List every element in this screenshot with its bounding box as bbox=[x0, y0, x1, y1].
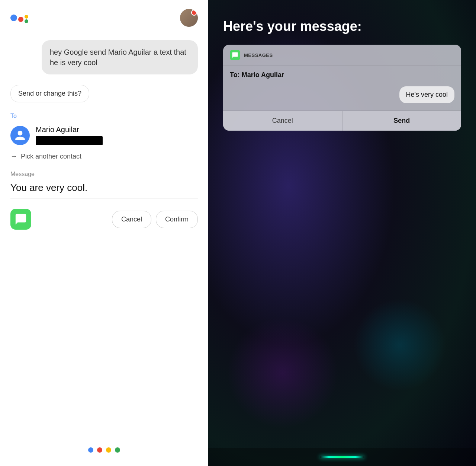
messages-app-icon bbox=[10, 209, 31, 230]
ios-message-bubble: He's very cool bbox=[399, 86, 454, 103]
ios-messages-icon-svg bbox=[232, 52, 238, 58]
action-row: Cancel Confirm bbox=[10, 209, 198, 230]
left-header bbox=[0, 0, 208, 33]
ios-messages-app-icon bbox=[230, 50, 240, 60]
send-or-change-text: Send or change this? bbox=[18, 90, 81, 98]
siri-heading: Here's your message: bbox=[223, 19, 461, 34]
ios-send-button[interactable]: Send bbox=[342, 111, 461, 131]
contact-row: Mario Aguilar bbox=[10, 125, 103, 145]
bottom-indicator-dots bbox=[88, 447, 120, 453]
cancel-button[interactable]: Cancel bbox=[112, 211, 151, 228]
ios-card-header: MESSAGES bbox=[223, 45, 461, 66]
pick-another-label: Pick another contact bbox=[21, 153, 81, 160]
message-text[interactable]: You are very cool. bbox=[10, 182, 198, 198]
ios-messages-label: MESSAGES bbox=[244, 52, 273, 58]
user-avatar[interactable] bbox=[180, 9, 198, 27]
to-section-label: To bbox=[10, 113, 17, 119]
siri-bar bbox=[208, 448, 476, 466]
ios-card-actions: Cancel Send bbox=[223, 111, 461, 131]
contact-name: Mario Aguilar bbox=[36, 125, 103, 134]
arrow-right-icon: → bbox=[10, 153, 17, 160]
indicator-dot-red bbox=[97, 447, 102, 453]
google-dot-yellow bbox=[25, 15, 28, 19]
message-section-label: Message bbox=[10, 171, 198, 178]
send-or-change-prompt: Send or change this? bbox=[10, 85, 89, 102]
confirm-button[interactable]: Confirm bbox=[156, 211, 198, 228]
messages-icon-svg bbox=[15, 213, 27, 226]
google-dot-red bbox=[18, 17, 23, 22]
bg-glow-purple bbox=[227, 317, 338, 429]
ios-to-field: To: Mario Aguilar bbox=[230, 71, 454, 79]
google-logo bbox=[10, 10, 28, 25]
google-assistant-panel: hey Google send Mario Aguilar a text tha… bbox=[0, 0, 208, 466]
ios-message-text: He's very cool bbox=[406, 91, 448, 99]
ios-message-bubble-area: He's very cool bbox=[230, 86, 454, 111]
siri-panel: Here's your message: MESSAGES To: Mario … bbox=[208, 0, 476, 466]
user-chat-text: hey Google send Mario Aguilar a text tha… bbox=[50, 47, 190, 68]
google-dot-green bbox=[25, 19, 28, 23]
indicator-dot-green bbox=[115, 447, 120, 453]
contact-info: Mario Aguilar bbox=[36, 125, 103, 145]
siri-content: Here's your message: MESSAGES To: Mario … bbox=[208, 0, 476, 131]
person-icon bbox=[14, 130, 26, 141]
pick-another-contact[interactable]: → Pick another contact bbox=[10, 153, 81, 160]
bg-glow-teal bbox=[353, 299, 446, 392]
indicator-dot-blue bbox=[88, 447, 93, 453]
siri-wave bbox=[320, 456, 364, 458]
ios-card-body: To: Mario Aguilar He's very cool bbox=[223, 66, 461, 111]
google-dot-blue bbox=[10, 15, 17, 21]
contact-avatar bbox=[10, 126, 30, 145]
user-chat-bubble: hey Google send Mario Aguilar a text tha… bbox=[42, 40, 198, 74]
action-buttons: Cancel Confirm bbox=[112, 211, 198, 228]
indicator-dot-yellow bbox=[106, 447, 111, 453]
message-section: Message You are very cool. bbox=[10, 171, 198, 198]
ios-message-card: MESSAGES To: Mario Aguilar He's very coo… bbox=[223, 45, 461, 131]
ios-cancel-button[interactable]: Cancel bbox=[223, 111, 342, 131]
contact-number-redacted bbox=[36, 136, 103, 145]
